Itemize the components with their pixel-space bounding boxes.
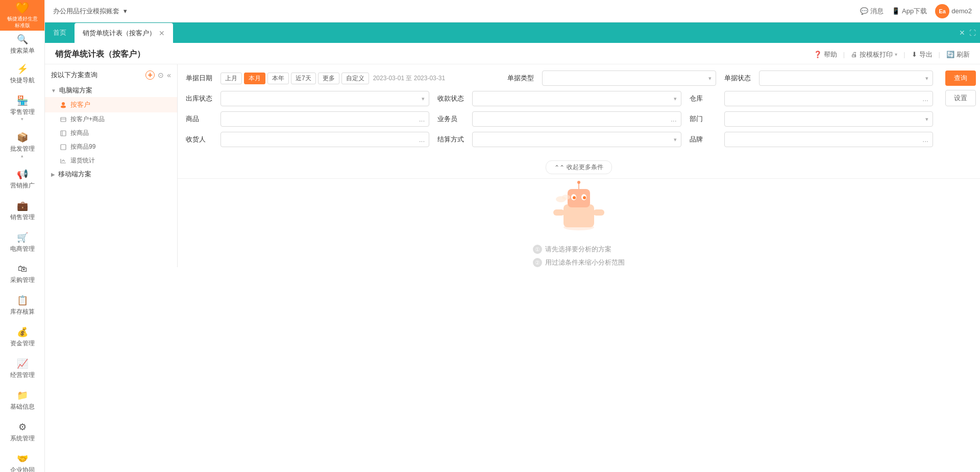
- sidebar-item-ecommerce[interactable]: 🛒 电商管理: [0, 227, 44, 258]
- help-label: 帮助: [824, 50, 837, 59]
- out-status-field: 出库状态 ▾: [186, 91, 429, 106]
- scheme-item-customer-goods[interactable]: 按客户+商品: [45, 112, 177, 126]
- collection-status-field: 收款状态 ▾: [437, 91, 681, 106]
- svg-point-19: [562, 195, 570, 200]
- svg-rect-16: [553, 209, 565, 216]
- scheme-add-icon[interactable]: +: [145, 70, 155, 80]
- divider3: |: [939, 51, 940, 58]
- sidebar-operation-label: 经营管理: [10, 371, 35, 380]
- order-status-select[interactable]: ▾: [759, 70, 933, 86]
- goods-input[interactable]: ...: [220, 111, 429, 127]
- collapse-up-icon: ⌃⌃: [554, 164, 565, 171]
- marketing-icon: 📢: [17, 169, 28, 180]
- scheme-group-desktop-title[interactable]: ▼ 电脑端方案: [45, 84, 177, 97]
- scheme-item-goods[interactable]: 按商品: [45, 126, 177, 140]
- svg-point-15: [577, 181, 580, 184]
- date-btn-this-year[interactable]: 本年: [267, 73, 289, 84]
- svg-rect-2: [61, 117, 66, 122]
- warehouse-input[interactable]: ...: [724, 91, 933, 106]
- date-btn-custom[interactable]: 自定义: [341, 73, 369, 84]
- date-btn-last-month[interactable]: 上月: [220, 73, 242, 84]
- department-select[interactable]: ▾: [724, 111, 933, 127]
- app-download-label: App下载: [902, 7, 927, 16]
- collapse-button[interactable]: ⌃⌃ 收起更多条件: [546, 160, 612, 174]
- retail-icon: 🏪: [17, 95, 28, 106]
- sidebar: 🧡 畅捷通好生意 标准版 🔍 搜索菜单 ⚡ 快捷导航 🏪 零售管理 ▾ 📦 批发…: [0, 0, 45, 472]
- tip-num-1: ①: [533, 245, 542, 254]
- print-button[interactable]: 🖨 按模板打印 ▾: [851, 50, 897, 59]
- sidebar-item-sales[interactable]: 💼 销售管理: [0, 195, 44, 227]
- sidebar-retail-label: 零售管理: [10, 108, 35, 116]
- scheme-group-mobile-title[interactable]: ▶ 移动端方案: [45, 168, 177, 181]
- refresh-button[interactable]: 🔄 刷新: [946, 50, 970, 59]
- date-btn-this-month[interactable]: 本月: [244, 73, 265, 84]
- sidebar-item-marketing[interactable]: 📢 营销推广: [0, 163, 44, 195]
- logo-sub: 标准版: [15, 22, 30, 29]
- app-download-button[interactable]: 📱 App下载: [892, 7, 927, 16]
- sidebar-wholesale-label: 批发管理: [10, 145, 35, 153]
- sidebar-enterprise-label: 企业协同: [10, 466, 35, 472]
- sidebar-item-quicknav[interactable]: ⚡ 快捷导航: [0, 58, 44, 90]
- payment-select[interactable]: ▾: [472, 132, 681, 147]
- goods-dots-icon: ...: [419, 115, 425, 123]
- sidebar-item-finance[interactable]: 💰 资金管理: [0, 321, 44, 353]
- date-btn-more[interactable]: 更多: [318, 73, 339, 84]
- sidebar-finance-label: 资金管理: [10, 339, 35, 348]
- tab-expand-icon[interactable]: ⛶: [969, 29, 976, 37]
- collection-status-label: 收款状态: [437, 94, 468, 103]
- salesman-input[interactable]: ...: [472, 111, 681, 127]
- system-icon: ⚙: [18, 421, 27, 433]
- query-button[interactable]: 查询: [945, 70, 976, 86]
- customer-scheme-icon: [59, 101, 67, 109]
- date-btn-7days[interactable]: 近7天: [291, 73, 316, 84]
- out-status-select[interactable]: ▾: [220, 91, 429, 106]
- page-actions: ❓ 帮助 | 🖨 按模板打印 ▾ | ⬇ 导出 | 🔄 刷新: [814, 50, 970, 59]
- salesman-dots-icon: ...: [671, 115, 677, 123]
- sidebar-item-purchase[interactable]: 🛍 采购管理: [0, 258, 44, 290]
- empty-tip-1: ① 请先选择要分析的方案: [533, 245, 625, 254]
- empty-tip-2: ② 用过滤条件来缩小分析范围: [533, 258, 625, 267]
- scheme-header: 按以下方案查询 + ⊙ «: [45, 68, 177, 84]
- brand-input[interactable]: ...: [724, 132, 933, 147]
- tab-close-icon[interactable]: ✕: [159, 29, 165, 37]
- department-label: 部门: [690, 114, 720, 124]
- sidebar-ecommerce-label: 电商管理: [10, 245, 35, 253]
- sidebar-item-system[interactable]: ⚙ 系统管理: [0, 416, 44, 448]
- order-type-select[interactable]: ▾: [542, 70, 716, 86]
- brand-label: 品牌: [690, 135, 720, 144]
- export-button[interactable]: ⬇ 导出: [912, 50, 933, 59]
- scheme-item-by-customer[interactable]: 按客户: [45, 97, 177, 112]
- chevron-down-icon: ▾: [21, 116, 23, 122]
- message-button[interactable]: 💬 消息: [860, 7, 884, 16]
- refresh-label: 刷新: [957, 50, 970, 59]
- sidebar-item-wholesale[interactable]: 📦 批发管理 ▴: [0, 127, 44, 163]
- tab-minimize-icon[interactable]: ✕: [959, 29, 965, 37]
- tab-sales-report-label: 销货单统计表（按客户）: [83, 29, 156, 38]
- sidebar-item-enterprise[interactable]: 🤝 企业协同: [0, 448, 44, 472]
- sidebar-item-retail[interactable]: 🏪 零售管理 ▾: [0, 90, 44, 127]
- receiver-input[interactable]: ...: [220, 132, 429, 147]
- scheme-item-returns[interactable]: 退货统计: [45, 154, 177, 168]
- scheme-group-desktop-label: 电脑端方案: [59, 86, 92, 95]
- scheme-settings-icon[interactable]: ⊙: [158, 71, 164, 79]
- collection-status-chevron-icon: ▾: [674, 96, 677, 102]
- help-icon: ❓: [814, 51, 822, 58]
- scheme-collapse-icon[interactable]: «: [167, 71, 171, 79]
- scheme-item-goods99[interactable]: 按商品99: [45, 140, 177, 154]
- sidebar-item-operation[interactable]: 📈 经营管理: [0, 353, 44, 385]
- content-area: 销货单统计表（按客户） ❓ 帮助 | 🖨 按模板打印 ▾ | ⬇ 导出 |: [45, 43, 980, 472]
- logo-icon: 🧡: [15, 2, 29, 15]
- sidebar-item-inventory[interactable]: 📋 库存核算: [0, 290, 44, 321]
- help-button[interactable]: ❓ 帮助: [814, 50, 837, 59]
- topbar-dropdown-icon[interactable]: ▾: [124, 7, 127, 15]
- tab-home[interactable]: 首页: [45, 22, 75, 43]
- enterprise-icon: 🤝: [17, 453, 28, 464]
- user-menu[interactable]: Ea demo2: [935, 4, 972, 18]
- sidebar-item-search[interactable]: 🔍 搜索菜单: [0, 31, 44, 58]
- scheme-group-desktop: ▼ 电脑端方案 按客户: [45, 84, 177, 168]
- chevron-up-icon: ▴: [21, 153, 23, 158]
- collection-status-select[interactable]: ▾: [472, 91, 681, 106]
- tab-sales-report[interactable]: 销货单统计表（按客户） ✕: [75, 23, 173, 43]
- sidebar-item-basic[interactable]: 📁 基础信息: [0, 385, 44, 416]
- settings-button[interactable]: 设置: [945, 90, 976, 106]
